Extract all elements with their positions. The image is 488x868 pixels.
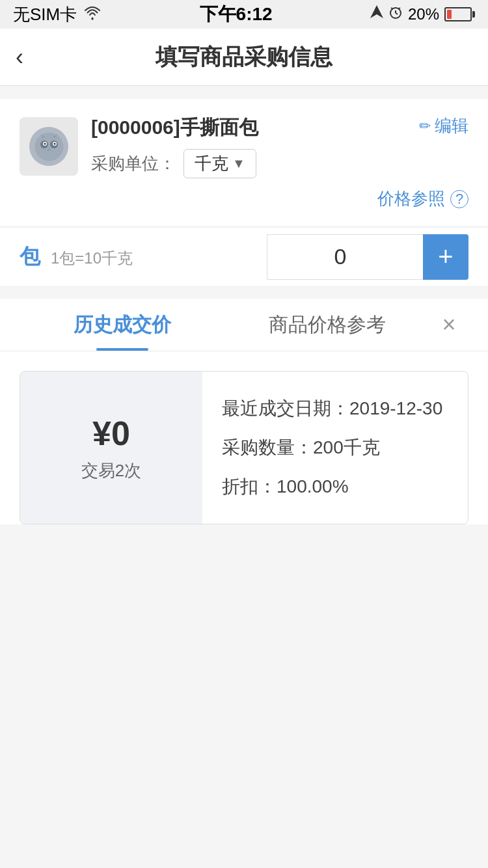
back-button[interactable]: ‹ — [16, 44, 23, 71]
edit-label: 编辑 — [435, 115, 468, 137]
carrier-label: 无SIM卡 — [13, 3, 77, 26]
svg-point-11 — [44, 142, 46, 144]
tab-price-ref-label: 商品价格参考 — [269, 312, 386, 338]
recent-date-label: 最近成交日期： — [222, 398, 349, 418]
tab-history-price-label: 历史成交价 — [74, 312, 171, 338]
transaction-price: ¥0 — [92, 414, 130, 453]
svg-point-12 — [53, 142, 55, 144]
transaction-left: ¥0 交易2次 — [20, 372, 202, 524]
edit-button[interactable]: ✏ 编辑 — [419, 115, 468, 137]
product-header: [0000006]手撕面包 采购单位： 千克 ▼ ✏ 编辑 — [20, 115, 468, 178]
purchase-qty-value: 200千克 — [313, 437, 380, 457]
product-left: [0000006]手撕面包 采购单位： 千克 ▼ — [20, 115, 258, 178]
main-content — [0, 544, 488, 868]
quantity-plus-button[interactable]: + — [423, 234, 468, 280]
recent-date-row: 最近成交日期：2019-12-30 — [222, 395, 448, 422]
nav-bar: ‹ 填写商品采购信息 — [0, 29, 488, 86]
product-image — [20, 117, 78, 176]
battery-icon — [444, 7, 475, 21]
discount-label: 折扣： — [222, 476, 277, 496]
purchase-qty-label: 采购数量： — [222, 437, 313, 457]
edit-icon: ✏ — [419, 118, 431, 135]
quantity-input[interactable] — [267, 234, 423, 280]
page-title: 填写商品采购信息 — [156, 42, 332, 72]
unit-selector[interactable]: 千克 ▼ — [183, 149, 256, 178]
alarm-icon — [388, 5, 403, 23]
unit-label: 采购单位： — [91, 152, 176, 175]
status-time: 下午6:12 — [200, 2, 273, 27]
status-bar: 无SIM卡 下午6:12 — [0, 0, 488, 29]
quantity-section: 包 1包=10千克 + — [0, 227, 488, 286]
tab-section: 历史成交价 商品价格参考 × ¥0 交易2次 最近成交日期：2019-12-30… — [0, 299, 488, 524]
status-right: 20% — [370, 5, 475, 23]
product-unit-row: 采购单位： 千克 ▼ — [91, 149, 258, 178]
discount-value: 100.00% — [277, 476, 349, 496]
quantity-label: 包 1包=10千克 — [20, 243, 133, 271]
transaction-count: 交易2次 — [81, 459, 141, 482]
tab-close-button[interactable]: × — [429, 299, 468, 351]
discount-row: 折扣：100.00% — [222, 473, 448, 500]
price-ref-label: 价格参照 — [377, 187, 445, 210]
product-actions: ✏ 编辑 — [419, 115, 468, 137]
status-left: 无SIM卡 — [13, 3, 102, 26]
location-icon — [370, 5, 383, 23]
tab-price-ref[interactable]: 商品价格参考 — [224, 299, 429, 351]
transaction-card: ¥0 交易2次 最近成交日期：2019-12-30 采购数量：200千克 折扣：… — [20, 371, 468, 524]
quantity-conversion: 1包=10千克 — [51, 248, 133, 269]
quantity-unit: 包 — [20, 243, 40, 271]
dropdown-arrow-icon: ▼ — [232, 156, 245, 171]
help-icon: ? — [450, 190, 468, 208]
product-footer: 价格参照 ? — [20, 187, 468, 210]
product-info: [0000006]手撕面包 采购单位： 千克 ▼ — [91, 115, 258, 178]
recent-date-value: 2019-12-30 — [349, 398, 442, 418]
product-card: [0000006]手撕面包 采购单位： 千克 ▼ ✏ 编辑 价格参照 ? — [0, 99, 488, 226]
battery-percent: 20% — [408, 5, 439, 23]
svg-line-3 — [396, 13, 398, 14]
svg-point-6 — [34, 132, 63, 161]
product-thumbnail — [29, 127, 68, 166]
product-name: [0000006]手撕面包 — [91, 115, 258, 141]
quantity-input-group: + — [267, 234, 468, 280]
tab-history-price[interactable]: 历史成交价 — [20, 299, 224, 351]
tab-bar: 历史成交价 商品价格参考 × — [0, 299, 488, 351]
purchase-qty-row: 采购数量：200千克 — [222, 434, 448, 461]
transaction-right: 最近成交日期：2019-12-30 采购数量：200千克 折扣：100.00% — [202, 372, 468, 524]
svg-marker-0 — [370, 5, 383, 18]
wifi-icon — [83, 5, 102, 25]
price-ref-button[interactable]: 价格参照 ? — [377, 187, 468, 210]
unit-value: 千克 — [195, 152, 228, 175]
